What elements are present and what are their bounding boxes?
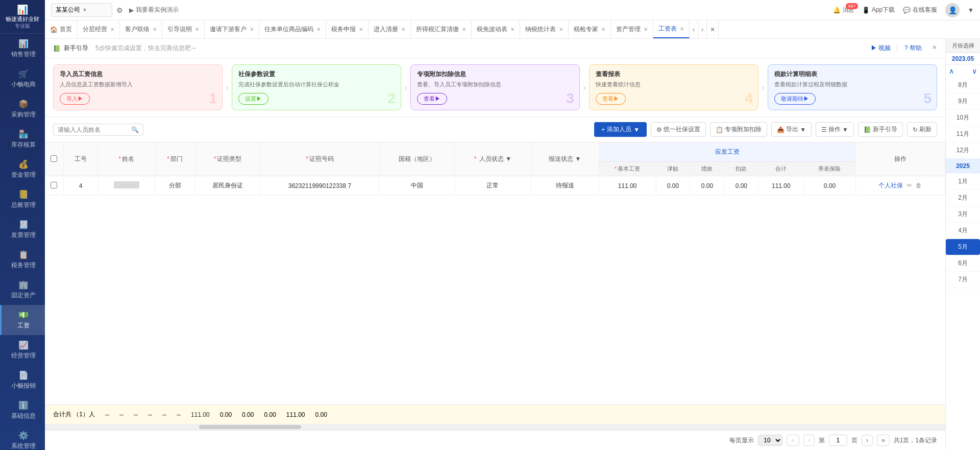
user-avatar[interactable]: 👤	[945, 3, 960, 17]
scrollbar-thumb[interactable]	[199, 425, 301, 429]
tab-clearbook[interactable]: 进入清册 ✕	[369, 20, 411, 38]
special-deduction-btn[interactable]: 📋 专项附加扣除	[710, 122, 767, 137]
search-input[interactable]	[58, 126, 129, 133]
close-icon[interactable]: ✕	[644, 27, 648, 32]
close-icon[interactable]: ✕	[250, 27, 254, 32]
tab-customer[interactable]: 客户联络 ✕	[120, 20, 162, 38]
sidebar-item-fixed[interactable]: 🏢 固定资产	[0, 275, 45, 305]
close-icon[interactable]: ✕	[359, 27, 363, 32]
year-2025[interactable]: 2025	[946, 159, 980, 174]
tab-close-all-btn[interactable]: ✕	[707, 20, 719, 38]
edit-icon[interactable]: ✏	[907, 182, 912, 189]
prev-page-btn[interactable]: ‹	[803, 435, 815, 446]
sidebar-item-finance[interactable]: 💰 资金管理	[0, 154, 45, 184]
filter-icon[interactable]: ▼	[505, 155, 511, 162]
personal-social-link[interactable]: 个人社保	[878, 182, 903, 189]
tab-tax-report[interactable]: 税务申报 ✕	[326, 20, 369, 38]
last-page-btn[interactable]: »	[877, 435, 890, 446]
month-next-btn[interactable]: ∨	[971, 66, 978, 76]
close-icon[interactable]: ✕	[110, 27, 114, 32]
month-item-12[interactable]: 12月	[946, 143, 980, 159]
close-icon[interactable]: ✕	[510, 27, 514, 32]
close-icon[interactable]: ✕	[316, 27, 321, 32]
sidebar-item-ecommerce[interactable]: 🛒 小畅电商	[0, 64, 45, 94]
refresh-btn[interactable]: ↻ 刷新	[907, 122, 937, 137]
tab-tax-exempt[interactable]: 税免波动表 ✕	[472, 20, 520, 38]
month-item-9[interactable]: 9月	[946, 93, 980, 110]
online-service-btn[interactable]: 💬 在线客服	[903, 6, 937, 14]
tab-salary-sheet[interactable]: 工资表 ✕	[653, 20, 690, 38]
export-btn[interactable]: 📤 导出 ▼	[771, 122, 812, 137]
sidebar-item-basic[interactable]: ℹ️ 基础信息	[0, 395, 45, 425]
operate-btn[interactable]: ☰ 操作 ▼	[816, 122, 854, 137]
month-item-4[interactable]: 4月	[946, 223, 980, 239]
tab-guide[interactable]: 引导说明 ✕	[162, 20, 205, 38]
step3-btn[interactable]: 查看▶	[417, 93, 447, 105]
tab-invite[interactable]: 邀请下游客户 ✕	[205, 20, 259, 38]
social-setting-btn[interactable]: ⚙ 统一社保设置	[651, 122, 706, 137]
sidebar-item-system[interactable]: ⚙️ 系统管理	[0, 425, 45, 450]
settings-btn[interactable]: ⚙	[116, 6, 123, 14]
step5-btn[interactable]: 敬请期待▶	[774, 93, 816, 105]
tab-asset[interactable]: 资产管理 ✕	[611, 20, 653, 38]
step4-btn[interactable]: 查看▶	[596, 93, 626, 105]
tab-income-tax[interactable]: 所得税汇算清缴 ✕	[411, 20, 472, 38]
per-page-select[interactable]: 10 20 50	[758, 435, 782, 446]
sidebar-item-sales[interactable]: 📊 销售管理	[0, 34, 45, 64]
tab-next-btn[interactable]: ›	[698, 20, 707, 38]
close-icon[interactable]: ✕	[153, 27, 157, 32]
sidebar-item-inventory[interactable]: 🏪 库存核算	[0, 124, 45, 154]
next-page-btn[interactable]: ›	[862, 435, 873, 446]
search-wrap[interactable]: 🔍	[53, 124, 143, 136]
sidebar-item-tax[interactable]: 📋 税务管理	[0, 245, 45, 275]
month-item-8[interactable]: 8月	[946, 77, 980, 93]
month-item-3[interactable]: 3月	[946, 206, 980, 223]
month-prev-btn[interactable]: ∧	[948, 66, 955, 76]
user-menu-btn[interactable]: ▼	[968, 7, 974, 14]
step1-btn[interactable]: 导入▶	[60, 93, 90, 105]
month-item-5[interactable]: 5月	[946, 239, 980, 255]
close-icon[interactable]: ✕	[401, 27, 405, 32]
month-item-11[interactable]: 11月	[946, 126, 980, 143]
month-item-1[interactable]: 1月	[946, 174, 980, 190]
delete-icon[interactable]: 🗑	[916, 182, 922, 189]
guide-video-link[interactable]: ▶ 视频	[871, 44, 891, 53]
close-icon[interactable]: ✕	[601, 27, 605, 32]
select-all-checkbox[interactable]	[51, 155, 57, 162]
close-icon[interactable]: ✕	[680, 26, 684, 32]
sidebar-item-report[interactable]: 📄 小畅报销	[0, 365, 45, 395]
row-checkbox[interactable]	[51, 182, 57, 188]
tab-goods-code[interactable]: 往来单位商品编码 ✕	[259, 20, 326, 38]
month-item-10[interactable]: 10月	[946, 110, 980, 126]
new-guide-btn[interactable]: 📗 新手引导	[858, 122, 903, 137]
close-icon[interactable]: ✕	[462, 27, 466, 32]
page-number-input[interactable]	[829, 435, 847, 446]
tab-home[interactable]: 🏠 首页	[45, 20, 78, 38]
guide-help-link[interactable]: ? 帮助	[904, 44, 922, 53]
step2-btn[interactable]: 设置▶	[238, 93, 268, 105]
sidebar-item-ledger[interactable]: 📒 总账管理	[0, 184, 45, 215]
close-icon[interactable]: ✕	[195, 27, 199, 32]
month-item-7[interactable]: 7月	[946, 272, 980, 288]
demo-link[interactable]: ▶ 我要看实例演示	[129, 6, 179, 14]
total-label: 合计共 （1）人	[53, 410, 95, 419]
tab-tax-expert[interactable]: 税检专家 ✕	[569, 20, 611, 38]
add-person-btn[interactable]: + 添加人员 ▼	[594, 122, 647, 137]
sidebar-item-operation[interactable]: 📈 经营管理	[0, 335, 45, 365]
sidebar-item-salary[interactable]: 💵 工资	[0, 305, 45, 335]
notification-btn[interactable]: 🔔 消息 99+	[833, 6, 854, 14]
tab-tax-stat[interactable]: 纳税统计表 ✕	[520, 20, 569, 38]
company-selector[interactable]: 某某公司 ▼	[51, 3, 112, 17]
guide-close-btn[interactable]: ✕	[932, 44, 937, 53]
sidebar-item-invoice[interactable]: 🧾 发票管理	[0, 215, 45, 245]
month-item-2[interactable]: 2月	[946, 190, 980, 206]
app-download-btn[interactable]: 📱 App下载	[862, 6, 895, 14]
filter-icon[interactable]: ▼	[575, 155, 581, 162]
first-page-btn[interactable]: «	[787, 435, 799, 446]
tab-classify[interactable]: 分层经营 ✕	[78, 20, 120, 38]
close-icon[interactable]: ✕	[559, 27, 563, 32]
horizontal-scrollbar[interactable]	[45, 424, 945, 430]
sidebar-item-purchase[interactable]: 📦 采购管理	[0, 94, 45, 124]
month-item-6[interactable]: 6月	[946, 255, 980, 272]
tab-prev-btn[interactable]: ‹	[690, 20, 698, 38]
